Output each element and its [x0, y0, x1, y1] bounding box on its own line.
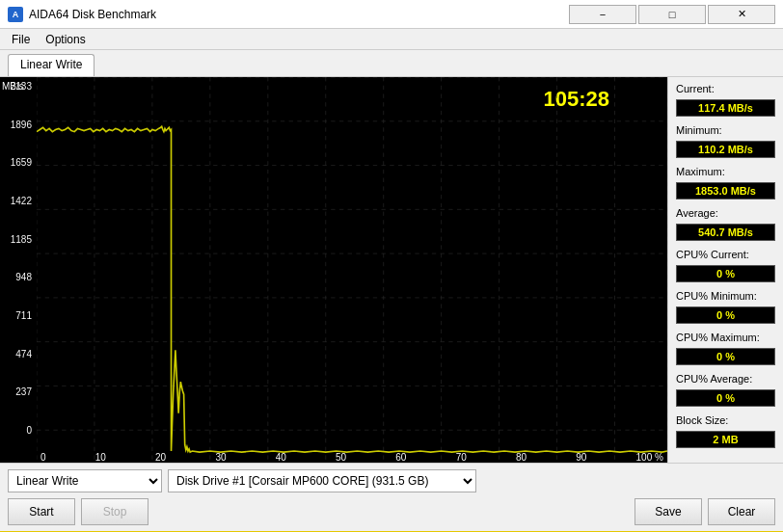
- title-bar-left: A AIDA64 Disk Benchmark: [8, 7, 156, 22]
- cpu-minimum-value: 0 %: [676, 306, 775, 324]
- maximum-value: 1853.0 MB/s: [676, 182, 775, 200]
- menu-bar: File Options: [0, 29, 783, 50]
- x-label-0: 0: [40, 452, 46, 463]
- minimum-label: Minimum:: [676, 124, 775, 136]
- cpu-average-label: CPU% Average:: [676, 373, 775, 385]
- controls-left: Start Stop: [8, 498, 148, 525]
- y-label-5: 948: [2, 272, 35, 282]
- close-button[interactable]: ✕: [708, 5, 775, 24]
- x-label-6: 60: [395, 452, 406, 463]
- menu-file[interactable]: File: [4, 31, 38, 47]
- drive-select[interactable]: Disk Drive #1 [Corsair MP600 CORE] (931.…: [168, 469, 476, 492]
- controls-right: Save Clear: [634, 498, 775, 525]
- restore-button[interactable]: □: [638, 5, 706, 24]
- title-bar: A AIDA64 Disk Benchmark − □ ✕: [0, 0, 783, 29]
- cpu-average-value: 0 %: [676, 389, 775, 407]
- x-label-4: 40: [276, 452, 286, 463]
- minimize-button[interactable]: −: [569, 5, 636, 24]
- current-label: Current:: [676, 83, 775, 94]
- x-label-5: 50: [336, 452, 346, 463]
- average-value: 540.7 MB/s: [676, 224, 775, 241]
- chart-area: MB/s 2133 1896 1659 1422 1185 948 711 47…: [0, 77, 667, 463]
- bottom-controls: Linear Write Linear Read Random Write Ra…: [0, 463, 783, 531]
- x-label-10: 100 %: [636, 452, 663, 463]
- clear-button[interactable]: Clear: [708, 498, 775, 525]
- x-label-3: 30: [215, 452, 226, 463]
- x-label-1: 10: [95, 452, 106, 463]
- window-title: AIDA64 Disk Benchmark: [29, 8, 156, 21]
- save-button[interactable]: Save: [634, 498, 702, 525]
- y-label-3: 1422: [2, 196, 35, 206]
- app-icon: A: [8, 7, 23, 22]
- cpu-current-value: 0 %: [676, 265, 775, 282]
- cpu-minimum-label: CPU% Minimum:: [676, 290, 775, 302]
- x-label-9: 90: [576, 452, 586, 463]
- y-label-6: 711: [2, 310, 35, 321]
- y-label-1: 1896: [2, 120, 35, 130]
- title-bar-controls: − □ ✕: [569, 5, 775, 24]
- cpu-current-label: CPU% Current:: [676, 249, 775, 260]
- controls-row2: Start Stop Save Clear: [8, 498, 775, 525]
- y-label-9: 0: [2, 425, 35, 436]
- chart-svg: [37, 77, 667, 463]
- minimum-value: 110.2 MB/s: [676, 141, 775, 158]
- y-label-8: 237: [2, 386, 35, 397]
- tab-bar: Linear Write: [0, 50, 783, 77]
- stop-button[interactable]: Stop: [81, 498, 148, 525]
- side-panel: Current: 117.4 MB/s Minimum: 110.2 MB/s …: [667, 77, 783, 463]
- controls-row1: Linear Write Linear Read Random Write Ra…: [8, 469, 775, 492]
- x-label-7: 70: [456, 452, 467, 463]
- start-button[interactable]: Start: [8, 498, 75, 525]
- cpu-maximum-label: CPU% Maximum:: [676, 332, 775, 343]
- cpu-maximum-value: 0 %: [676, 348, 775, 365]
- y-label-4: 1185: [2, 234, 35, 245]
- y-label-7: 474: [2, 349, 35, 359]
- average-label: Average:: [676, 207, 775, 219]
- x-axis-labels: 0 10 20 30 40 50 60 70 80 90 100 %: [37, 441, 667, 463]
- y-label-2: 1659: [2, 157, 35, 168]
- block-size-label: Block Size:: [676, 414, 775, 426]
- x-label-2: 20: [155, 452, 166, 463]
- block-size-value: 2 MB: [676, 431, 775, 448]
- main-area: MB/s 2133 1896 1659 1422 1185 948 711 47…: [0, 77, 783, 463]
- tab-linear-write[interactable]: Linear Write: [8, 54, 94, 76]
- current-value: 117.4 MB/s: [676, 99, 775, 117]
- maximum-label: Maximum:: [676, 166, 775, 177]
- y-axis-labels: 2133 1896 1659 1422 1185 948 711 474 237…: [0, 77, 37, 439]
- y-label-0: 2133: [2, 81, 35, 92]
- menu-options[interactable]: Options: [38, 31, 93, 47]
- test-select[interactable]: Linear Write Linear Read Random Write Ra…: [8, 469, 162, 492]
- x-label-8: 80: [516, 452, 526, 463]
